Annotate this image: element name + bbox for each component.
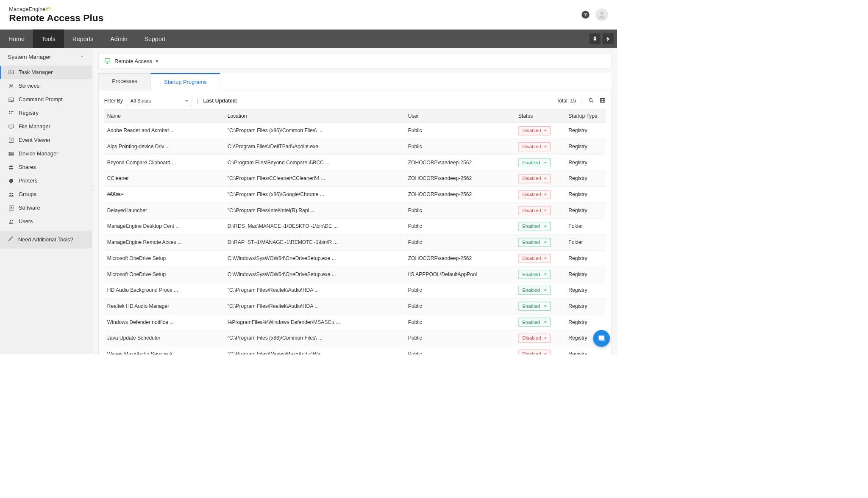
svg-point-27 xyxy=(94,189,95,190)
brand-company-text: ManageEngine xyxy=(9,6,45,13)
last-updated-label: Last Updated: xyxy=(203,98,237,104)
cell-location: "C:\Program Files (x86)\Common Files\ ..… xyxy=(224,330,405,346)
cell-user: Public xyxy=(405,123,515,139)
user-avatar[interactable] xyxy=(595,8,608,21)
cell-type: Registry xyxy=(565,155,606,171)
status-value: Disabled xyxy=(522,176,541,181)
monitor-icon xyxy=(104,57,111,65)
svg-point-20 xyxy=(10,220,11,221)
sidebar-section-label: System Manager xyxy=(8,54,51,61)
sidebar-item-device-manager[interactable]: Device Manager xyxy=(0,147,92,160)
sidebar-item-software[interactable]: Software xyxy=(0,201,92,215)
sidebar-item-groups[interactable]: Groups xyxy=(0,188,92,201)
nav-item-home[interactable]: Home xyxy=(0,30,33,48)
sidebar-item-label: Event Viewer xyxy=(19,137,50,144)
col-startup-type[interactable]: Startup Type xyxy=(565,109,606,123)
cell-type: Registry xyxy=(565,138,606,155)
status-select[interactable]: Enabled xyxy=(518,158,551,167)
cell-name: Alps Pointing-device Driv ... xyxy=(104,138,224,155)
status-select[interactable]: Disabled xyxy=(518,174,551,183)
sidebar-collapse-handle[interactable] xyxy=(92,181,95,193)
status-select[interactable]: Disabled xyxy=(518,206,551,215)
tab-processes[interactable]: Processes xyxy=(98,73,151,91)
col-name[interactable]: Name xyxy=(104,109,224,123)
status-value: Disabled xyxy=(522,192,541,197)
sidebar-item-file-manager[interactable]: File Manager xyxy=(0,120,92,133)
col-user[interactable]: User xyxy=(405,109,515,123)
cell-type: Registry xyxy=(565,202,606,219)
status-select[interactable]: Enabled xyxy=(518,318,551,326)
chat-fab[interactable] xyxy=(593,330,610,347)
status-filter-select[interactable]: All Status xyxy=(126,96,192,106)
bolt-button[interactable] xyxy=(603,33,614,44)
status-select[interactable]: Enabled xyxy=(518,238,551,247)
status-select[interactable]: Disabled xyxy=(518,190,551,199)
sidebar-item-event-viewer[interactable]: Event Viewer xyxy=(0,133,92,147)
cell-name: ManageEngine Remote Acces ... xyxy=(104,235,224,251)
nav-item-tools[interactable]: Tools xyxy=(33,30,64,48)
svg-rect-10 xyxy=(9,125,14,128)
cell-name: HD Audio Background Proce ... xyxy=(104,282,224,299)
col-location[interactable]: Location xyxy=(224,109,405,123)
status-select[interactable]: Enabled xyxy=(518,286,551,295)
software-icon xyxy=(8,205,14,211)
brand-company: ManageEngine xyxy=(9,6,103,13)
sidebar-item-command-prompt[interactable]: Command Prompt xyxy=(0,93,92,106)
col-status[interactable]: Status xyxy=(515,109,565,123)
cell-name: Realtek HD Audio Manager xyxy=(104,298,224,314)
sidebar-item-printers[interactable]: Printers xyxy=(0,174,92,188)
command-prompt-icon xyxy=(8,97,14,102)
table-row: Windows Defender notifica ...%ProgramFil… xyxy=(104,314,605,330)
status-select[interactable]: Enabled xyxy=(518,302,551,310)
caret-down-icon xyxy=(544,305,547,307)
rocket-button[interactable] xyxy=(590,33,601,44)
status-select[interactable]: Enabled xyxy=(518,270,551,279)
status-select[interactable]: Disabled xyxy=(518,349,551,354)
status-select[interactable]: Disabled xyxy=(518,126,551,135)
sidebar-item-services[interactable]: Services xyxy=(0,79,92,93)
cell-user: ZOHOCORP\sandeep-2562 xyxy=(405,171,515,187)
table-row: HD Audio Background Proce ..."C:\Program… xyxy=(104,282,605,299)
sidebar-item-registry[interactable]: Registry xyxy=(0,106,92,120)
search-button[interactable] xyxy=(588,97,594,105)
columns-button[interactable] xyxy=(599,97,605,105)
cell-user: IIS APPPOOL\DefaultAppPool xyxy=(405,266,515,282)
sidebar-item-label: Software xyxy=(19,205,40,211)
caret-down-icon xyxy=(544,241,547,243)
sidebar-item-shares[interactable]: Shares xyxy=(0,160,92,174)
caret-down-icon xyxy=(544,337,547,339)
sidebar-item-label: File Manager xyxy=(19,124,50,130)
sidebar-section-toggle[interactable]: System Manager xyxy=(0,48,92,66)
status-select[interactable]: Disabled xyxy=(518,334,551,343)
groups-icon xyxy=(8,191,14,197)
table-row: Java Update Scheduler"C:\Program Files (… xyxy=(104,330,605,346)
status-select[interactable]: Disabled xyxy=(518,254,551,263)
startup-panel: Filter By All Status | Last Updated: Tot… xyxy=(98,90,611,354)
cell-type: Registry xyxy=(565,298,606,314)
context-dropdown[interactable]: Remote Access ▾ xyxy=(114,58,158,65)
help-button[interactable]: ? xyxy=(581,11,589,19)
sidebar-item-label: Task Manager xyxy=(19,69,53,76)
svg-rect-8 xyxy=(9,113,10,113)
need-additional-tools[interactable]: Need Additional Tools? xyxy=(0,231,92,249)
table-row: Waves MaxxAudio Service A ..."C:\Program… xyxy=(104,346,605,354)
sidebar-item-label: Shares xyxy=(19,164,36,170)
status-value: Enabled xyxy=(522,224,540,229)
nav-item-reports[interactable]: Reports xyxy=(64,30,102,48)
sidebar-item-users[interactable]: Users xyxy=(0,215,92,228)
status-value: Disabled xyxy=(522,351,541,354)
cell-name: Java Update Scheduler xyxy=(104,330,224,346)
nav-item-admin[interactable]: Admin xyxy=(102,30,136,48)
caret-down-icon xyxy=(544,289,547,291)
table-row: Microsoft OneDrive SetupC:\Windows\SysWO… xyxy=(104,266,605,282)
device-manager-icon xyxy=(8,151,14,157)
tab-startup-programs[interactable]: Startup Programs xyxy=(150,73,220,91)
svg-rect-6 xyxy=(11,111,11,112)
status-select[interactable]: Disabled xyxy=(518,142,551,151)
nav-item-support[interactable]: Support xyxy=(136,30,174,48)
status-select[interactable]: Enabled xyxy=(518,222,551,231)
grip-icon xyxy=(92,182,95,191)
sidebar-item-task-manager[interactable]: Task Manager xyxy=(0,66,92,79)
chat-icon xyxy=(597,334,606,343)
rocket-icon xyxy=(592,36,598,42)
